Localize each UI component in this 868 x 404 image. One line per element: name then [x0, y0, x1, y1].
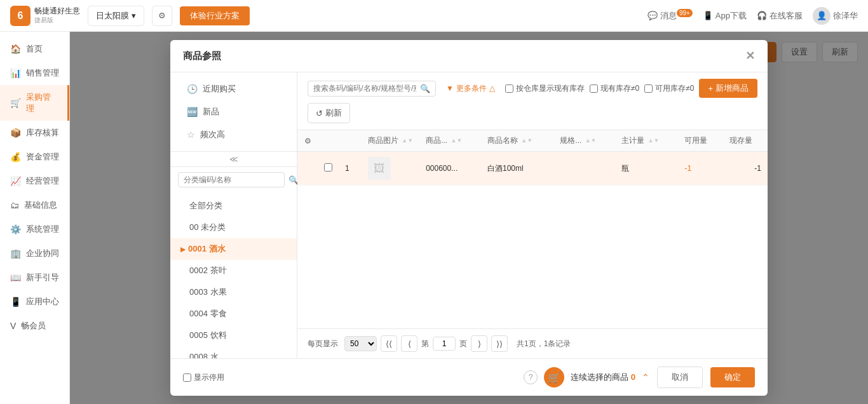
- modal-overlay: 商品参照 ✕ 🕒 近期购买 🆕: [70, 32, 868, 404]
- category-0001[interactable]: ▶ 0001 酒水: [170, 238, 297, 260]
- guide-icon: 📖: [10, 273, 21, 283]
- category-0003[interactable]: ▶ 0003 水果: [170, 281, 297, 303]
- category-search-input[interactable]: [178, 172, 285, 187]
- category-all[interactable]: ▶ 全部分类: [170, 195, 297, 217]
- sidebar-label-purchase: 采购管理: [26, 91, 57, 114]
- sidebar-item-guide[interactable]: 📖新手引导: [0, 266, 69, 290]
- category-00[interactable]: ▶ 00 未分类: [170, 217, 297, 238]
- arrow-icon: ▶: [180, 223, 187, 232]
- check-stock-label: 按仓库显示现有库存: [516, 83, 585, 94]
- online-service-button[interactable]: 🎧 在线客服: [757, 10, 803, 22]
- sidebar-item-system[interactable]: ⚙️系统管理: [0, 217, 69, 241]
- cart-collapse-icon[interactable]: ⌃: [642, 372, 649, 382]
- col-code-header[interactable]: 商品... ▲▼: [419, 130, 481, 152]
- next-page-button[interactable]: ⟩: [471, 335, 487, 352]
- pagination-bar: 每页显示 10 20 50 100 ⟨⟨ ⟨ 第 页: [297, 328, 768, 358]
- page-number-input[interactable]: [433, 337, 456, 351]
- operation-icon: 📈: [10, 176, 21, 186]
- tab-frequent[interactable]: ☆ 频次高: [180, 125, 287, 145]
- user-name: 徐泽华: [833, 10, 858, 22]
- page-size-select[interactable]: 10 20 50 100: [344, 336, 377, 351]
- arrow-active-icon: ▶: [180, 246, 186, 253]
- edition-text: 捷易版: [34, 16, 80, 25]
- purchase-icon: 🛒: [10, 98, 21, 108]
- filter-icon: ▼: [446, 84, 454, 93]
- col-spec-sort: ▲▼: [585, 138, 597, 144]
- message-badge: 99+: [677, 9, 693, 17]
- sidebar-item-enterprise[interactable]: 🏢企业协同: [0, 241, 69, 266]
- show-disabled-option[interactable]: 显示停用: [183, 372, 224, 383]
- sidebar-item-sales[interactable]: 📊销售管理: [0, 61, 69, 85]
- arrow-0005-icon: ▶: [180, 331, 187, 340]
- trial-button[interactable]: 体验行业方案: [180, 6, 250, 25]
- store-selector[interactable]: 日太阳膜 ▾: [88, 6, 144, 26]
- first-page-button[interactable]: ⟨⟨: [381, 335, 397, 352]
- col-name-header[interactable]: 商品名称 ▲▼: [481, 130, 553, 152]
- filter-label: 更多条件: [456, 83, 487, 94]
- modal-close-button[interactable]: ✕: [745, 49, 755, 63]
- confirm-button[interactable]: 确定: [710, 367, 755, 387]
- modal-footer: 显示停用 ? 🛒 连续选择的商品 0 ⌃ 取消 确定: [170, 358, 768, 396]
- prev-page-button[interactable]: ⟨: [401, 335, 417, 352]
- settings-icon[interactable]: ⚙: [152, 6, 172, 26]
- sidebar-item-purchase[interactable]: 🛒采购管理: [0, 85, 69, 121]
- refresh-button[interactable]: ↺ 刷新: [308, 103, 350, 123]
- message-icon: 💬: [648, 11, 658, 20]
- apps-icon: 📱: [10, 297, 21, 307]
- check-available-option[interactable]: 现有库存≠0: [590, 83, 639, 94]
- category-0002[interactable]: ▶ 0002 茶叶: [170, 260, 297, 281]
- row-num: 1: [339, 152, 362, 185]
- row-check-cell[interactable]: [318, 152, 339, 185]
- col-unit-header[interactable]: 主计量 ▲▼: [615, 130, 678, 152]
- collapse-button[interactable]: ≪: [170, 152, 297, 167]
- product-search-icon[interactable]: 🔍: [420, 84, 430, 93]
- home-icon: 🏠: [10, 44, 21, 54]
- sidebar-item-finance[interactable]: 💰资金管理: [0, 145, 69, 169]
- phone-icon: 📱: [703, 11, 713, 20]
- add-product-button[interactable]: + 新增商品: [699, 79, 757, 98]
- sidebar-label-finance: 资金管理: [26, 151, 59, 163]
- col-spec-header[interactable]: 规格... ▲▼: [553, 130, 615, 152]
- show-disabled-label: 显示停用: [194, 372, 224, 383]
- modal-body: 🕒 近期购买 🆕 新品 ☆ 频次高: [170, 72, 768, 358]
- product-table: ⚙ 商品图片 ▲▼ 商品...: [297, 130, 768, 185]
- app-label: App下载: [715, 10, 747, 22]
- user-menu[interactable]: 👤 徐泽华: [813, 7, 858, 25]
- cart-icon[interactable]: 🛒: [544, 367, 564, 387]
- category-0005[interactable]: ▶ 0005 饮料: [170, 325, 297, 346]
- col-settings[interactable]: ⚙: [297, 130, 318, 152]
- check-usable-option[interactable]: 可用库存≠0: [644, 83, 694, 94]
- category-0008[interactable]: ▶ 0008 水: [170, 346, 297, 358]
- sidebar-item-home[interactable]: 🏠首页: [0, 37, 69, 61]
- arrow-0003-icon: ▶: [180, 288, 187, 297]
- check-stock-option[interactable]: 按仓库显示现有库存: [505, 83, 585, 94]
- sidebar-item-member[interactable]: V畅会员: [0, 314, 69, 338]
- show-disabled-checkbox[interactable]: [183, 374, 191, 382]
- app-download-button[interactable]: 📱 App下载: [703, 10, 747, 22]
- check-stock-checkbox[interactable]: [505, 84, 513, 93]
- product-table-area: ⚙ 商品图片 ▲▼ 商品...: [297, 130, 768, 328]
- category-0004[interactable]: ▶ 0004 零食: [170, 303, 297, 325]
- sidebar-label-system: 系统管理: [26, 224, 59, 235]
- tab-recent[interactable]: 🕒 近期购买: [180, 79, 287, 99]
- row-checkbox[interactable]: [324, 163, 332, 172]
- check-available-checkbox[interactable]: [590, 84, 598, 93]
- col-stock-header: 现存量: [723, 130, 768, 152]
- table-row[interactable]: 1 🖼 000600... 白酒100ml 瓶 -1: [297, 152, 768, 185]
- sidebar-item-operation[interactable]: 📈经营管理: [0, 169, 69, 193]
- cancel-button[interactable]: 取消: [657, 367, 703, 388]
- help-icon[interactable]: ?: [524, 370, 538, 384]
- row-available: -1: [678, 152, 722, 185]
- col-img-header: 商品图片 ▲▼: [362, 130, 419, 152]
- sidebar-item-stock[interactable]: 📦库存核算: [0, 121, 69, 145]
- last-page-button[interactable]: ⟩⟩: [491, 335, 508, 352]
- messages-button[interactable]: 💬 消息 99+: [648, 10, 693, 22]
- category-00-label: 00 未分类: [189, 222, 226, 233]
- check-usable-checkbox[interactable]: [644, 84, 653, 93]
- more-filter-button[interactable]: ▼ 更多条件 △: [441, 81, 500, 97]
- tab-new[interactable]: 🆕 新品: [180, 102, 287, 122]
- sidebar-item-apps[interactable]: 📱应用中心: [0, 290, 69, 314]
- arrow-0008-icon: ▶: [180, 353, 187, 359]
- product-search-input[interactable]: [313, 84, 416, 93]
- sidebar-item-basic[interactable]: 🗂基础信息: [0, 193, 69, 217]
